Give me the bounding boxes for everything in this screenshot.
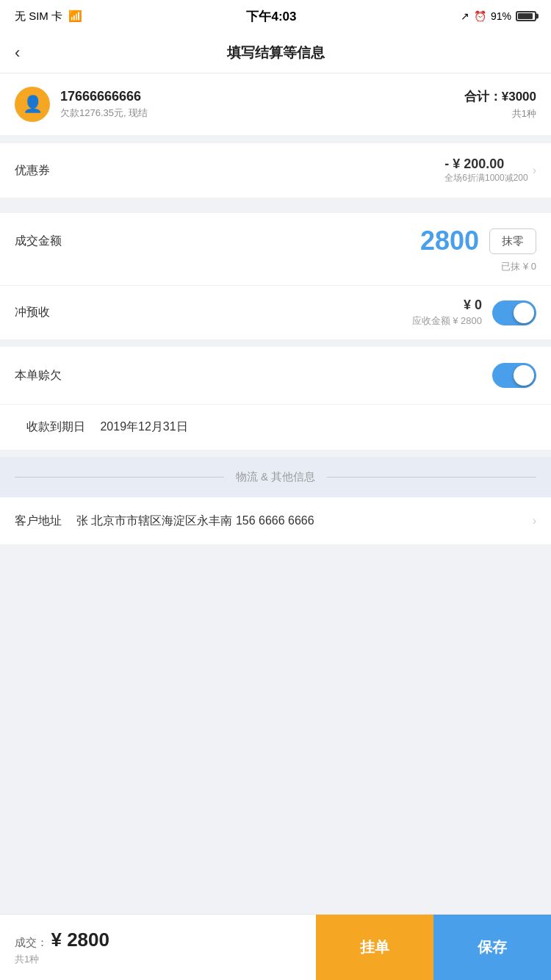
section-divider-2 [0,339,551,347]
advance-payment-label: 冲预收 [15,305,50,320]
customer-section: 👤 17666666666 欠款1276.35元, 现结 合计：¥3000 共1… [0,73,551,136]
section-divider-1 [0,206,551,213]
customer-phone: 17666666666 [60,89,148,104]
location-icon: ↗ [461,10,469,22]
customer-debt: 欠款1276.35元, 现结 [60,107,148,120]
advance-payment-row: 冲预收 ¥ 0 应收金额 ¥ 2800 [0,285,551,339]
advance-right: ¥ 0 应收金额 ¥ 2800 [412,298,536,328]
deal-amount-value: 2800 [420,228,479,254]
save-button[interactable]: 保存 [433,915,551,981]
back-button[interactable]: ‹ [15,43,20,62]
bottom-count: 共1种 [15,953,301,966]
total-count: 共1种 [464,107,536,120]
deal-amount-label: 成交金额 [15,234,62,249]
total-amount: 合计：¥3000 [464,88,536,105]
coupon-right: - ¥ 200.00 全场6折满1000减200 › [444,156,536,184]
deal-amount-section: 成交金额 2800 抹零 已抹 ¥ 0 [0,213,551,285]
sim-label: 无 SIM 卡 [15,10,62,24]
coupon-detail: 全场6折满1000减200 [444,172,527,184]
status-bar: 无 SIM 卡 📶 下午4:03 ↗ ⏰ 91% [0,0,551,32]
advance-amount: ¥ 0 应收金额 ¥ 2800 [412,298,482,328]
duedate-label: 收款到期日 [26,420,85,433]
logistics-line-left [15,477,224,478]
address-value: 张 北京市市辖区海淀区永丰南 156 6666 6666 [76,512,533,530]
coupon-amount: - ¥ 200.00 [444,156,527,172]
customer-left: 👤 17666666666 欠款1276.35元, 现结 [15,87,148,122]
round-button[interactable]: 抹零 [489,228,536,254]
address-chevron-icon: › [533,514,536,527]
logistics-section: 物流 & 其他信息 [0,457,551,497]
bottom-summary: 成交： ¥ 2800 共1种 [0,929,316,966]
status-right: ↗ ⏰ 91% [461,10,536,22]
pending-button[interactable]: 挂单 [316,915,433,981]
duedate-row: 收款到期日 2019年12月31日 [0,404,551,450]
duedate-value: 2019年12月31日 [100,420,187,433]
address-label: 客户地址 [15,514,62,529]
chevron-right-icon: › [533,164,536,177]
address-row[interactable]: 客户地址 张 北京市市辖区海淀区永丰南 156 6666 6666 › [0,497,551,545]
advance-amount-value: ¥ 0 [464,298,482,313]
avatar: 👤 [15,87,50,122]
bottom-bar: 成交： ¥ 2800 共1种 挂单 保存 [0,914,551,980]
customer-info: 17666666666 欠款1276.35元, 现结 [60,89,148,120]
logistics-label: 物流 & 其他信息 [236,470,315,484]
avatar-icon: 👤 [23,95,43,114]
logistics-line-right [327,477,536,478]
toggle-knob [514,303,534,323]
coupon-label: 优惠券 [15,163,50,179]
battery-icon [516,11,536,21]
writeoff-label: 本单赊欠 [15,368,62,383]
writeoff-toggle[interactable] [492,363,536,388]
deal-amount-row: 成交金额 2800 抹零 [0,213,551,259]
coupon-section[interactable]: 优惠券 - ¥ 200.00 全场6折满1000减200 › [0,143,551,198]
advance-amount-sub: 应收金额 ¥ 2800 [412,314,482,328]
writeoff-row: 本单赊欠 [0,347,551,404]
nav-bar: ‹ 填写结算等信息 [0,32,551,73]
bottom-deal-label: 成交： [15,936,48,948]
page-title: 填写结算等信息 [227,43,325,62]
status-left: 无 SIM 卡 📶 [15,10,82,24]
battery-percent: 91% [491,10,511,22]
advance-payment-toggle[interactable] [492,300,536,325]
deal-sub: 已抹 ¥ 0 [0,259,551,285]
status-time: 下午4:03 [246,8,296,25]
alarm-icon: ⏰ [474,10,486,22]
bottom-amount: ¥ 2800 [51,929,109,951]
content: 👤 17666666666 欠款1276.35元, 现结 合计：¥3000 共1… [0,73,551,619]
deal-amount-right: 2800 抹零 [420,228,536,254]
customer-right: 合计：¥3000 共1种 [464,88,536,120]
toggle-knob-2 [514,365,534,386]
wifi-icon: 📶 [68,10,82,23]
